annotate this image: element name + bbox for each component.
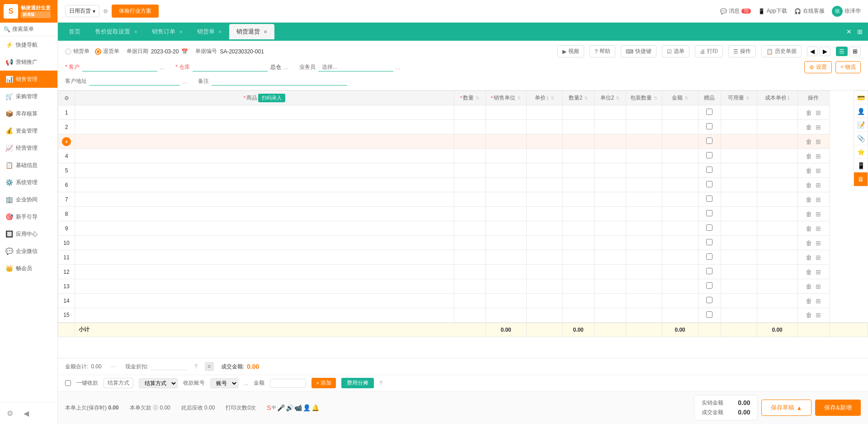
tab-close-sales-order[interactable]: ✕ xyxy=(179,29,183,34)
float-btn-1[interactable]: 💳 xyxy=(854,91,868,105)
operate-btn[interactable]: ☰ 操作 xyxy=(728,45,756,57)
tab-sales-delivery[interactable]: 销货单 ✕ xyxy=(190,24,229,39)
list-view-btn[interactable]: ☰ xyxy=(836,47,848,56)
radio-return[interactable]: 退货单 xyxy=(95,48,119,55)
copy-row-btn[interactable]: ⊞ xyxy=(815,152,822,161)
gift-checkbox[interactable] xyxy=(706,268,712,274)
gift-checkbox[interactable] xyxy=(706,195,712,202)
video-btn[interactable]: ▶ 视频 xyxy=(557,45,584,57)
tab-pricing[interactable]: 售价提取设置 ✕ xyxy=(88,24,145,39)
float-btn-5[interactable]: ⭐ xyxy=(854,145,868,159)
th-gear[interactable]: ⚙ xyxy=(58,91,75,105)
float-btn-active[interactable]: 🖥 xyxy=(854,172,868,186)
copy-row-btn[interactable]: ⊞ xyxy=(815,238,822,248)
next-record-btn[interactable]: ▶ xyxy=(820,47,830,56)
help-question-icon[interactable]: ? xyxy=(194,363,198,370)
select-order-btn[interactable]: ☑ 选单 xyxy=(662,45,689,57)
tab-home[interactable]: 首页 xyxy=(61,24,88,39)
float-btn-6[interactable]: 📱 xyxy=(854,159,868,172)
gift-checkbox[interactable] xyxy=(706,224,712,231)
sidebar-item-shortcut[interactable]: ⚡ 快捷导航 xyxy=(0,36,57,53)
delete-row-btn[interactable]: 🗑 xyxy=(805,310,813,319)
copy-row-btn[interactable]: ⊞ xyxy=(815,267,822,276)
sidebar-item-system[interactable]: ⚙️ 系统管理 xyxy=(0,174,57,191)
user-avatar[interactable]: 徐 徐泽华 xyxy=(832,6,861,17)
tab-expand-btn[interactable]: ⊞ xyxy=(855,26,864,37)
account-select[interactable]: 账号 xyxy=(210,378,238,388)
copy-row-btn[interactable]: ⊞ xyxy=(815,181,822,190)
scan-input-btn[interactable]: 扫码录入 xyxy=(258,94,285,102)
tab-close-pricing[interactable]: ✕ xyxy=(134,29,137,34)
add-payment-btn[interactable]: + 添加 xyxy=(311,378,336,388)
delete-row-btn[interactable]: 🗑 xyxy=(805,224,813,233)
fee-help-icon[interactable]: ? xyxy=(379,380,382,386)
sidebar-item-operation[interactable]: 📈 经营管理 xyxy=(0,139,57,157)
copy-row-btn[interactable]: ⊞ xyxy=(815,210,822,219)
notification-btn[interactable]: 💬 消息 70 xyxy=(720,7,751,15)
trial-btn[interactable]: 体验行业方案 xyxy=(112,5,159,18)
customer-input[interactable] xyxy=(82,63,157,71)
product-input[interactable] xyxy=(79,138,450,145)
delete-row-btn[interactable]: 🗑 xyxy=(805,166,813,175)
sidebar-item-basic[interactable]: 📋 基础信息 xyxy=(0,157,57,174)
gift-checkbox[interactable] xyxy=(706,239,712,245)
print-btn[interactable]: 🖨 打印 xyxy=(695,45,723,57)
delete-row-btn[interactable]: 🗑 xyxy=(805,181,813,190)
gift-checkbox[interactable] xyxy=(706,210,712,216)
fee-split-btn[interactable]: 费用分摊 xyxy=(341,378,374,388)
industry-select[interactable]: 日用百货 ▾ xyxy=(65,5,99,17)
delete-row-btn[interactable]: 🗑 xyxy=(805,267,813,276)
grid-view-btn[interactable]: ⊞ xyxy=(849,47,861,56)
help-btn[interactable]: ? 帮助 xyxy=(590,45,615,57)
tab-sales-order[interactable]: 销售订单 ✕ xyxy=(145,24,190,39)
sidebar-item-newbie[interactable]: 🎯 新手引导 xyxy=(0,208,57,225)
gift-checkbox[interactable] xyxy=(706,138,712,144)
staff-select-btn[interactable]: ... xyxy=(396,64,401,71)
tab-close-sales-delivery[interactable]: ✕ xyxy=(218,29,222,34)
delete-row-btn[interactable]: 🗑 xyxy=(805,123,813,132)
tab-close-all-btn[interactable]: ✕ xyxy=(844,26,854,37)
warehouse-input[interactable] xyxy=(193,63,268,71)
calc-method-select[interactable]: 结算方式 xyxy=(139,378,178,388)
gift-checkbox[interactable] xyxy=(706,167,712,173)
sidebar-item-finance[interactable]: 💰 资金管理 xyxy=(0,122,57,139)
copy-row-btn[interactable]: ⊞ xyxy=(815,253,822,262)
float-btn-4[interactable]: 📎 xyxy=(854,132,868,145)
sidebar-search[interactable]: 🔍 搜索菜单 xyxy=(0,23,57,36)
equals-btn[interactable]: = xyxy=(205,362,214,371)
addr-select-btn[interactable]: ... xyxy=(183,78,187,85)
prev-record-btn[interactable]: ◀ xyxy=(807,47,818,56)
copy-row-btn[interactable]: ⊞ xyxy=(815,166,822,175)
gift-checkbox[interactable] xyxy=(706,109,712,115)
copy-row-btn[interactable]: ⊞ xyxy=(815,224,822,233)
tab-close-sales-return[interactable]: ✕ xyxy=(264,29,267,34)
payment-amount-input[interactable] xyxy=(270,379,306,388)
customer-addr-input[interactable] xyxy=(90,77,180,86)
delete-row-btn[interactable]: 🗑 xyxy=(805,195,813,204)
gift-checkbox[interactable] xyxy=(706,152,712,158)
tab-sales-return[interactable]: 销货退货 ✕ xyxy=(229,24,274,39)
form-settings-btn[interactable]: ⚙ 设置 xyxy=(804,61,832,73)
gift-checkbox[interactable] xyxy=(706,297,712,303)
calendar-icon[interactable]: 📅 xyxy=(181,48,188,55)
sidebar-item-purchase[interactable]: 🛒 采购管理 xyxy=(0,88,57,105)
customer-select-btn[interactable]: ... xyxy=(160,64,165,71)
copy-row-btn[interactable]: ⊞ xyxy=(815,282,822,291)
add-logistics-btn[interactable]: + 物流 xyxy=(835,61,861,73)
delete-row-btn[interactable]: 🗑 xyxy=(805,296,813,305)
account-dots-btn[interactable]: ... xyxy=(244,380,248,386)
onepay-checkbox[interactable] xyxy=(65,380,71,386)
cash-discount-input[interactable] xyxy=(151,363,187,370)
copy-row-btn[interactable]: ⊞ xyxy=(815,137,822,146)
add-row-btn[interactable]: + xyxy=(62,137,71,146)
delete-row-btn[interactable]: 🗑 xyxy=(805,108,813,117)
settings-icon-btn[interactable]: ⚙ xyxy=(103,8,108,14)
save-draft-btn[interactable]: 保存草稿 ▲ xyxy=(761,400,811,416)
warehouse-select-btn[interactable]: ... xyxy=(284,64,288,71)
note-input[interactable] xyxy=(212,77,347,86)
sidebar-item-wechat[interactable]: 💬 企业微信 xyxy=(0,243,57,260)
delete-row-btn[interactable]: 🗑 xyxy=(805,282,813,291)
copy-row-btn[interactable]: ⊞ xyxy=(815,108,822,117)
staff-input[interactable] xyxy=(318,63,393,71)
save-new-btn[interactable]: 保存&新增 xyxy=(815,400,861,416)
